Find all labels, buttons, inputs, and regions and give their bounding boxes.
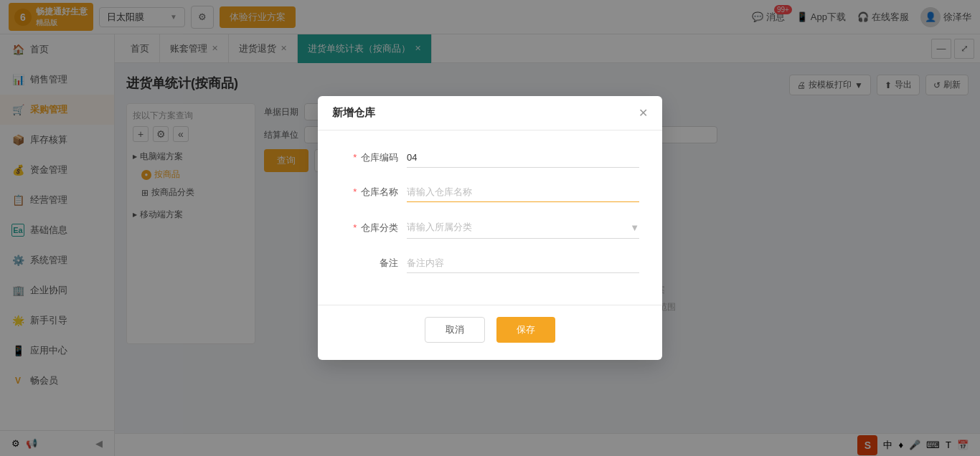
- cancel-button[interactable]: 取消: [425, 317, 485, 343]
- required-star-code: *: [353, 152, 357, 163]
- form-row-code: * 仓库编码: [341, 148, 639, 168]
- category-arrow-icon: ▼: [630, 222, 639, 233]
- dialog-header: 新增仓库 ✕: [318, 96, 662, 130]
- category-label: * 仓库分类: [341, 222, 398, 234]
- code-input[interactable]: [407, 148, 639, 168]
- new-warehouse-dialog: 新增仓库 ✕ * 仓库编码 * 仓库名称: [318, 96, 662, 360]
- dialog-body: * 仓库编码 * 仓库名称 * 仓库分类 请输入所属: [318, 130, 662, 305]
- remark-label: 备注: [341, 257, 398, 270]
- dialog-footer: 取消 保存: [318, 305, 662, 360]
- dialog-close-btn[interactable]: ✕: [639, 106, 648, 120]
- required-star-category: *: [353, 222, 357, 233]
- dialog-title: 新增仓库: [332, 106, 375, 120]
- remark-input[interactable]: [407, 253, 639, 273]
- save-button[interactable]: 保存: [496, 317, 555, 343]
- name-input[interactable]: [407, 182, 639, 202]
- name-label: * 仓库名称: [341, 186, 398, 199]
- code-label: * 仓库编码: [341, 151, 398, 164]
- required-star-name: *: [353, 186, 357, 197]
- form-row-name: * 仓库名称: [341, 182, 639, 202]
- modal-overlay: 新增仓库 ✕ * 仓库编码 * 仓库名称: [0, 0, 980, 456]
- form-row-remark: 备注: [341, 253, 639, 273]
- form-row-category: * 仓库分类 请输入所属分类 ▼: [341, 217, 639, 239]
- category-select[interactable]: 请输入所属分类 ▼: [407, 217, 639, 239]
